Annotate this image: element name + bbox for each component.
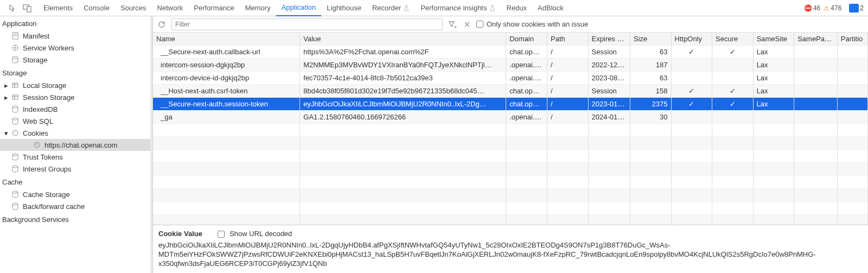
col-httponly[interactable]: HttpOnly [671,33,712,46]
sidebar-item-trust-tokens[interactable]: Trust Tokens [0,151,150,163]
sidebar-item-storage[interactable]: Storage [0,54,150,66]
only-issue-checkbox-input[interactable] [476,21,483,28]
table-row[interactable]: __Secure-next-auth.callback-urlhttps%3A%… [153,46,868,59]
sidebar-item-manifest[interactable]: Manifest [0,30,150,42]
tab-elements[interactable]: Elements [38,0,78,16]
cell-expires: 2022-12… [588,59,630,72]
sidebar-item-label: Web SQL [23,117,53,125]
svg-point-24 [12,154,18,156]
tab-redux[interactable]: Redux [501,0,533,16]
col-value[interactable]: Value [300,33,506,46]
col-expires[interactable]: Expires … [588,33,630,46]
messages-icon[interactable]: 2 [845,4,864,12]
cell-secure: ✓ [712,46,754,59]
svg-point-19 [15,134,16,135]
col-secure[interactable]: Secure [712,33,754,46]
warning-count: 476 [831,4,841,12]
tab-application[interactable]: Application [276,0,322,16]
svg-point-26 [12,191,18,193]
cell-samesite: Lax [753,98,794,111]
svg-point-25 [12,166,18,168]
tab-network[interactable]: Network [152,0,189,16]
sidebar-item-label: Session Storage [23,93,74,101]
sidebar-item-back-forward-cache[interactable]: Back/forward cache [0,200,150,212]
sidebar-item-cache-storage[interactable]: Cache Storage [0,188,150,200]
devtools-tabbar: ElementsConsoleSourcesNetworkPerformance… [0,0,868,16]
clear-filter-icon[interactable] [447,19,458,30]
sidebar-item-service-workers[interactable]: Service Workers [0,42,150,54]
cell-size: 30 [630,111,671,124]
col-path[interactable]: Path [547,33,589,46]
svg-point-27 [12,203,18,205]
cell-expires: Session [588,46,630,59]
clear-all-icon[interactable] [462,20,472,29]
experiment-icon [489,5,496,11]
cell-samesite [753,111,794,124]
table-row[interactable]: intercom-session-dgkjq2bpM2NMMEp3MVBvWDY… [153,59,868,72]
sidebar-item-interest-groups[interactable]: Interest Groups [0,163,150,175]
filter-input[interactable] [171,18,443,30]
cookies-table: NameValueDomainPathExpires …SizeHttpOnly… [153,33,868,225]
cell-path: / [547,59,589,72]
col-samepa[interactable]: SamePa… [794,33,838,46]
table-row[interactable]: _gaGA1.2.1580760460.1669726266.openai.…/… [153,111,868,124]
table-row[interactable]: intercom-device-id-dgkjq2bpfec70357-4c1e… [153,72,868,85]
svg-rect-8 [12,83,18,87]
sidebar-item-session-storage[interactable]: ▸Session Storage [0,91,150,103]
tab-memory[interactable]: Memory [240,0,276,16]
sidebar-item-local-storage[interactable]: ▸Local Storage [0,79,150,91]
cell-value: fec70357-4c1e-4014-8fc8-7b5012ca39e3 [300,72,506,85]
cookies-table-wrap[interactable]: NameValueDomainPathExpires …SizeHttpOnly… [153,33,868,225]
sidebar-item-cookies[interactable]: ▾Cookies [0,127,150,139]
cookie-value-text[interactable]: eyJhbGciOiJkaXIiLCJlbmMiOiJBMjU2R0NNIn0.… [158,241,863,269]
error-warning-badge[interactable]: ⛔ 46 ⚠ 476 [804,4,841,12]
cell-samesite: Lax [753,72,794,85]
service-workers-icon [11,43,20,52]
cell-value: GA1.2.1580760460.1669726266 [300,111,506,124]
cell-value: 8bd4cb38f05f801d302e19f7d5e92b96721335b6… [300,85,506,98]
col-size[interactable]: Size [630,33,671,46]
url-decoded-checkbox[interactable] [218,231,225,238]
svg-point-20 [34,142,40,148]
cell-value: M2NMMEp3MVBvWDY1VXIranBYa0hFQTJyeXNkclNP… [300,59,506,72]
svg-point-15 [12,118,18,120]
col-partitio[interactable]: Partitio [837,33,867,46]
tab-console[interactable]: Console [78,0,115,16]
web-sql-icon [11,117,20,125]
sidebar-resize-handle[interactable] [150,16,152,273]
sidebar-item-https-chat-openai-com[interactable]: https://chat.openai.com [0,139,150,151]
cell-secure [712,111,754,124]
manifest-icon [11,31,20,40]
tab-adblock[interactable]: AdBlock [532,0,569,16]
cell-name: _ga [153,111,300,124]
tree-twisty-icon: ▾ [4,129,11,137]
svg-point-18 [15,131,16,132]
table-row-empty [153,124,868,137]
cell-domain: .openai.… [506,59,547,72]
col-domain[interactable]: Domain [506,33,547,46]
sidebar-item-label: https://chat.openai.com [44,141,117,149]
reload-icon[interactable] [156,19,167,30]
inspect-element-icon[interactable] [9,4,17,12]
table-row-empty [153,202,868,215]
only-issue-checkbox[interactable]: Only show cookies with an issue [476,20,588,28]
table-row[interactable]: __Host-next-auth.csrf-token8bd4cb38f05f8… [153,85,868,98]
section-background-services: Background Services [0,212,150,226]
cell-part [837,72,867,85]
cell-name: intercom-device-id-dgkjq2bp [153,72,300,85]
tab-sources[interactable]: Sources [115,0,152,16]
table-row[interactable]: __Secure-next-auth.session-tokeneyJhbGci… [153,98,868,111]
col-samesite[interactable]: SameSite [753,33,794,46]
cell-domain: .openai.… [506,72,547,85]
back/forward-cache-icon [11,202,20,211]
sidebar-item-indexeddb[interactable]: IndexedDB [0,103,150,115]
col-name[interactable]: Name [153,33,300,46]
sidebar-item-web-sql[interactable]: Web SQL [0,115,150,127]
tab-recorder[interactable]: Recorder [367,0,415,16]
cell-samesite: Lax [753,46,794,59]
tab-lighthouse[interactable]: Lighthouse [321,0,367,16]
sidebar-item-label: Storage [23,56,48,64]
device-toggle-icon[interactable] [23,4,33,12]
tab-performance-insights[interactable]: Performance insights [415,0,501,16]
tab-performance[interactable]: Performance [188,0,239,16]
